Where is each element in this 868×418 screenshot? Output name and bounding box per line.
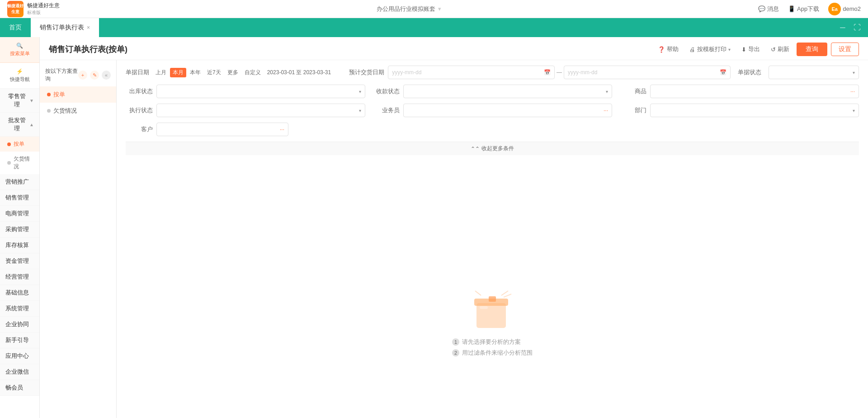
sidebar-item-wholesale[interactable]: 批发管理 ▲	[0, 113, 39, 137]
customer-label: 客户	[126, 125, 153, 133]
sidebar-item-operations[interactable]: 经营管理	[0, 269, 39, 285]
sidebar-item-retail[interactable]: 零售管理 ▼	[0, 89, 39, 113]
user-menu[interactable]: Ea demo2	[828, 3, 861, 15]
payment-status-arrow: ▾	[606, 89, 608, 94]
operations-label: 经营管理	[5, 273, 29, 281]
messages-button[interactable]: 💬 消息	[758, 5, 779, 13]
settings-button[interactable]: 设置	[831, 43, 859, 56]
sidebar-item-finance[interactable]: 资金管理	[0, 253, 39, 269]
sidebar-sub-item-欠货情况[interactable]: 欠货情况	[0, 152, 39, 174]
sidebar-quicknav-label: 快捷导航	[10, 76, 30, 83]
order-status-select[interactable]: ▾	[769, 66, 859, 79]
sidebar-item-wechat[interactable]: 企业微信	[0, 364, 39, 380]
department-select[interactable]: ▾	[650, 104, 859, 117]
empty-tip-1: 1 请先选择要分析的方案	[452, 338, 521, 346]
period-more[interactable]: 更多	[225, 68, 241, 77]
tab-maximize-button[interactable]: ⛶	[852, 22, 863, 33]
tab-sales-order[interactable]: 销售订单执行表 ×	[31, 18, 99, 37]
marketing-label: 营销推广	[5, 178, 29, 186]
salesperson-more-icon[interactable]: ···	[604, 107, 608, 114]
salesperson-select[interactable]: ···	[403, 104, 612, 117]
sidebar-item-sales[interactable]: 销售管理	[0, 190, 39, 206]
home-tab-label: 首页	[9, 24, 22, 32]
delivery-date-end-placeholder: yyyy-mm-dd	[568, 69, 597, 76]
period-last-month[interactable]: 上月	[153, 68, 169, 77]
print-button[interactable]: 🖨 按模板打印 ▾	[686, 43, 734, 55]
execution-status-select[interactable]: ▾	[156, 104, 365, 117]
sidebar-item-inventory[interactable]: 库存核算	[0, 238, 39, 253]
empty-tip-2: 2 用过滤条件来缩小分析范围	[452, 349, 533, 357]
salesperson-field: 业务员 ···	[373, 104, 612, 117]
delivery-status-arrow: ▾	[359, 89, 361, 94]
query-label: 查询	[806, 45, 818, 53]
expected-delivery-range: yyyy-mm-dd 📅 — yyyy-mm-dd 📅	[388, 66, 731, 79]
help-label: 帮助	[667, 45, 679, 53]
empty-state: 1 请先选择要分析的方案 2 用过滤条件来缩小分析范围	[117, 227, 868, 418]
collapse-filters-button[interactable]: ⌃⌃ 收起更多条件	[126, 142, 859, 155]
period-this-year[interactable]: 本年	[187, 68, 203, 77]
delivery-date-end[interactable]: yyyy-mm-dd 📅	[564, 66, 731, 79]
payment-status-select[interactable]: ▾	[403, 85, 612, 98]
sidebar-item-apps[interactable]: 应用中心	[0, 348, 39, 364]
content-area: 销售订单执行表(按单) ❓ 帮助 🖨 按模板打印 ▾ ⬇ 导出	[40, 37, 868, 418]
delivery-date-start[interactable]: yyyy-mm-dd 📅	[388, 66, 555, 79]
period-custom[interactable]: 自定义	[242, 68, 264, 77]
date-period-tabs: 上月 本月 本年 近7天 更多 自定义	[153, 68, 264, 77]
scheme-按单-label: 按单	[53, 90, 65, 99]
period-this-month[interactable]: 本月	[170, 68, 186, 77]
apps-label: 应用中心	[5, 352, 29, 360]
salesperson-label: 业务员	[373, 106, 400, 114]
svg-line-4	[501, 291, 508, 295]
page-title: 销售订单执行表(按单)	[49, 44, 127, 55]
goods-select[interactable]: ···	[650, 85, 859, 98]
sidebar-item-ecommerce[interactable]: 电商管理	[0, 206, 39, 222]
query-button[interactable]: 查询	[797, 43, 827, 56]
page-actions-right: ❓ 帮助 🖨 按模板打印 ▾ ⬇ 导出 ↺ 刷新	[654, 43, 859, 56]
customer-field: 客户 ···	[126, 123, 288, 136]
export-icon: ⬇	[741, 46, 746, 53]
refresh-button[interactable]: ↺ 刷新	[767, 43, 793, 55]
sidebar-item-purchase[interactable]: 采购管理	[0, 222, 39, 238]
enterprise-label: 企业协同	[5, 320, 29, 328]
help-button[interactable]: ❓ 帮助	[654, 43, 682, 55]
sidebar-item-basic[interactable]: 基础信息	[0, 285, 39, 301]
scheme-item-按单[interactable]: 按单	[40, 86, 116, 103]
svg-line-6	[475, 291, 481, 295]
sidebar-item-marketing[interactable]: 营销推广	[0, 174, 39, 190]
retail-label: 零售管理	[5, 92, 28, 109]
filter-row-customer: 客户 ···	[126, 123, 859, 136]
customer-select[interactable]: ···	[156, 123, 288, 136]
tip-badge-1: 1	[452, 338, 459, 346]
vip-label: 畅会员	[5, 384, 23, 392]
tab-close-icon[interactable]: ×	[87, 25, 90, 30]
sidebar-item-system[interactable]: 系统管理	[0, 301, 39, 317]
export-button[interactable]: ⬇ 导出	[738, 43, 764, 55]
sidebar-item-quicknav[interactable]: ⚡ 快捷导航	[0, 63, 39, 89]
empty-text-list: 1 请先选择要分析的方案 2 用过滤条件来缩小分析范围	[452, 338, 533, 357]
help-icon: ❓	[658, 46, 665, 53]
sidebar-item-search[interactable]: 🔍 搜索菜单	[0, 37, 39, 63]
add-scheme-button[interactable]: +	[78, 71, 87, 80]
sidebar-item-guide[interactable]: 新手引导	[0, 332, 39, 348]
tab-minimize-button[interactable]: ─	[837, 22, 848, 33]
edit-scheme-button[interactable]: ✎	[90, 71, 99, 80]
customer-more-icon[interactable]: ···	[280, 126, 284, 133]
delivery-status-select[interactable]: ▾	[156, 85, 365, 98]
filter-row-date: 单据日期 上月 本月 本年 近7天 更多 自定义 2023-03-01 至 20…	[126, 66, 859, 79]
sidebar-item-vip[interactable]: 畅会员	[0, 380, 39, 396]
sidebar-sub-按单-label: 按单	[14, 140, 24, 148]
svg-rect-3	[480, 306, 488, 309]
app-download-button[interactable]: 📱 App下载	[788, 5, 819, 13]
goods-more-icon[interactable]: ···	[850, 88, 855, 95]
refresh-label: 刷新	[778, 45, 789, 53]
sidebar-item-enterprise[interactable]: 企业协同	[0, 317, 39, 332]
department-field: 部门 ▾	[619, 104, 859, 117]
quicknav-icon: ⚡	[16, 68, 23, 75]
tab-home[interactable]: 首页	[0, 18, 31, 37]
filter-sidebar-icons: + ✎ «	[78, 71, 111, 80]
scheme-item-欠货[interactable]: 欠货情况	[40, 103, 116, 119]
sidebar-sub-item-按单[interactable]: 按单	[0, 137, 39, 152]
collapse-sidebar-button[interactable]: «	[102, 71, 111, 80]
period-7days[interactable]: 近7天	[204, 68, 224, 77]
filter-row-status: 出库状态 ▾ 收款状态 ▾	[126, 85, 859, 98]
